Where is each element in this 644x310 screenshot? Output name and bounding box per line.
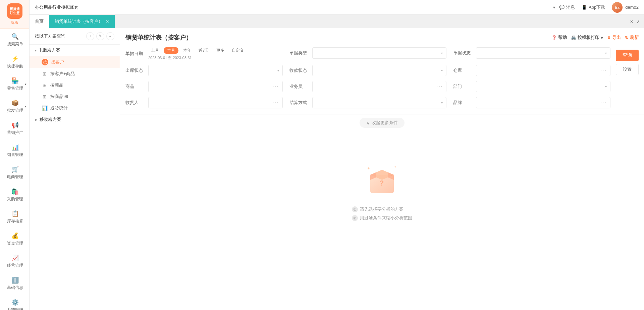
collection-status-control[interactable]: ▾ [312,65,447,76]
query-button[interactable]: 查询 [616,50,639,61]
settings-button[interactable]: 设置 [616,64,639,75]
close-window-icon[interactable]: ✕ [630,19,634,24]
doc-type-label: 单据类型 [289,50,310,56]
department-control[interactable]: ▾ [476,81,610,92]
sidebar-item-ecommerce[interactable]: 🛒 电商管理 [0,162,29,184]
consignee-control[interactable]: ··· [148,97,283,108]
collapse-button[interactable]: ∧ 收起更多条件 [360,118,405,128]
date-range-text: 2023-03-01 至 2023-03-31 [148,55,283,60]
out-status-control[interactable]: ▾ [148,65,283,76]
filter-row-3: 商品 ··· 业务员 ··· [125,81,610,93]
window-controls: ✕ ⤢ [626,15,644,28]
date-tab-this-year[interactable]: 本年 [180,47,194,54]
date-tab-custom[interactable]: 自定义 [229,47,247,54]
tab-sales-stats[interactable]: 销货单统计表（按客户） ✕ [49,15,115,28]
scheme-header: 按以下方案查询 + ✎ « [30,28,120,45]
scheme-group-mobile-title[interactable]: ▶ 移动端方案 [30,114,120,125]
svg-text:?: ? [379,179,384,187]
sidebar-item-quick-nav[interactable]: ⚡ 快捷导航 [0,51,29,73]
settlement-control[interactable]: ▾ [312,97,447,108]
sidebar-item-retail-mgmt[interactable]: 🏪 零售管理 ▾ [0,73,29,95]
logo-icon: 畅捷通好生意 [7,3,22,19]
brand-control[interactable]: ··· [476,97,610,108]
sidebar-item-system[interactable]: ⚙️ 系统管理 [0,295,29,310]
sidebar-item-sales-mgmt[interactable]: 📊 销售管理 [0,140,29,162]
date-tab-this-month[interactable]: 本月 [164,47,178,54]
date-tab-last-month[interactable]: 上月 [148,47,162,54]
ops-icon: 📈 [11,254,19,262]
svg-text:✦: ✦ [390,174,393,177]
date-tab-7days[interactable]: 近7天 [196,47,212,54]
scheme-item-by-product-99[interactable]: ⊞ 按商品99 [30,91,120,102]
help-label: 帮助 [558,35,567,41]
salesperson-label: 业务员 [289,84,310,90]
scheme-group-pc-title[interactable]: ▾ 电脑端方案 [30,45,120,56]
print-dropdown-arrow[interactable]: ▾ [601,35,603,40]
sidebar-nav: 🔍 搜索菜单 ⚡ 快捷导航 🏪 零售管理 ▾ 📦 批发管理 ▴ 📢 营销推广 📊… [0,29,29,310]
sidebar-item-search-menu[interactable]: 🔍 搜索菜单 [0,29,29,51]
search-menu-icon: 🔍 [11,33,19,40]
scheme-item-return-stats[interactable]: 📊 退货统计 [30,102,120,114]
scheme-item-by-product-99-icon: ⊞ [42,94,48,100]
sidebar-item-label: 采购管理 [7,196,23,202]
doc-type-control[interactable]: ▾ [312,47,447,59]
empty-state: ✦ ✦ ✦ ? ① 请先选择要分析的方案 ② 用过滤条件来缩小分析范围 [125,131,639,249]
empty-tip-1: ① 请先选择要分析的方案 [352,205,412,214]
tab-sales-stats-label: 销货单统计表（按客户） [55,18,103,24]
product-label: 商品 [125,84,146,90]
sidebar-item-finance[interactable]: 💰 资金管理 [0,228,29,250]
product-control[interactable]: ··· [148,81,283,92]
scheme-item-by-product-icon: ⊞ [42,82,48,88]
sales-mgmt-icon: 📊 [11,144,19,151]
sidebar-item-inventory[interactable]: 📋 库存核算 [0,206,29,228]
sidebar-item-marketing[interactable]: 📢 营销推广 [0,117,29,140]
sidebar-item-basic-info[interactable]: ℹ️ 基础信息 [0,272,29,295]
scheme-add-btn[interactable]: + [86,32,94,40]
topbar-industry-title: 办公用品行业模拟账套 [35,4,549,10]
user-avatar: Ea [612,2,623,13]
tab-close-icon[interactable]: ✕ [105,19,109,24]
filter-row-2: 出库状态 ▾ 收款状态 ▾ [125,64,610,76]
print-btn[interactable]: 🖨️ 按模板打印 ▾ [571,35,603,41]
scheme-item-by-customer-product[interactable]: ⊞ 按客户+商品 [30,68,120,80]
export-btn[interactable]: ⬇ 导出 [607,35,621,41]
message-btn[interactable]: 💬 消息 [559,4,575,10]
scheme-collapse-btn[interactable]: « [106,32,114,40]
date-tab-more[interactable]: 更多 [214,47,227,54]
user-profile[interactable]: Ea demo2 [612,2,639,13]
date-label: 单据日期 [125,51,146,57]
filter-item-consignee: 收货人 ··· [125,97,283,109]
sidebar-item-wholesale-mgmt[interactable]: 📦 批发管理 ▴ [0,95,29,117]
scheme-item-by-customer-product-icon: ⊞ [42,71,48,77]
sidebar-item-ops[interactable]: 📈 经营管理 [0,250,29,272]
scheme-item-by-product-label: 按商品 [50,82,63,88]
tip-num-1: ① [352,206,358,212]
filter-item-department: 部门 ▾ [453,81,610,93]
print-icon: 🖨️ [571,35,576,40]
scheme-edit-btn[interactable]: ✎ [96,32,104,40]
refresh-btn[interactable]: ↻ 刷新 [625,35,639,41]
content-area: 按以下方案查询 + ✎ « ▾ 电脑端方案 按 按客户 ⊞ 按客 [30,28,644,310]
consignee-dots: ··· [272,100,279,106]
finance-icon: 💰 [11,232,19,240]
scheme-item-by-customer[interactable]: 按 按客户 [30,56,120,68]
doc-status-control[interactable]: ▾ [476,47,610,59]
scheme-item-by-product[interactable]: ⊞ 按商品 [30,80,120,91]
warehouse-control[interactable]: ··· [476,65,610,76]
help-btn[interactable]: ❓ 帮助 [551,35,567,41]
industry-dropdown-arrow[interactable]: ▾ [553,5,555,10]
sidebar-item-label: 经营管理 [7,263,23,268]
product-dots: ··· [272,84,279,90]
sidebar-item-purchase[interactable]: 🛍️ 采购管理 [0,184,29,206]
maximize-window-icon[interactable]: ⤢ [636,19,640,24]
empty-icon: ✦ ✦ ✦ ? [362,158,402,198]
sidebar: 畅捷通好生意 标版 🔍 搜索菜单 ⚡ 快捷导航 🏪 零售管理 ▾ 📦 批发管理 … [0,0,30,310]
filter-main-area: 销货单统计表（按客户） ❓ 帮助 🖨️ 按模板打印 ▾ ⬇ 导出 [120,28,644,310]
tab-home[interactable]: 首页 [30,15,49,28]
page-title-row: 销货单统计表（按客户） ❓ 帮助 🖨️ 按模板打印 ▾ ⬇ 导出 [125,34,639,42]
message-icon: 💬 [559,5,565,10]
app-download-btn[interactable]: 📱 App下载 [582,4,605,10]
salesperson-control[interactable]: ··· [312,81,447,92]
sidebar-item-label: 搜索菜单 [7,41,23,47]
message-label: 消息 [566,4,575,10]
